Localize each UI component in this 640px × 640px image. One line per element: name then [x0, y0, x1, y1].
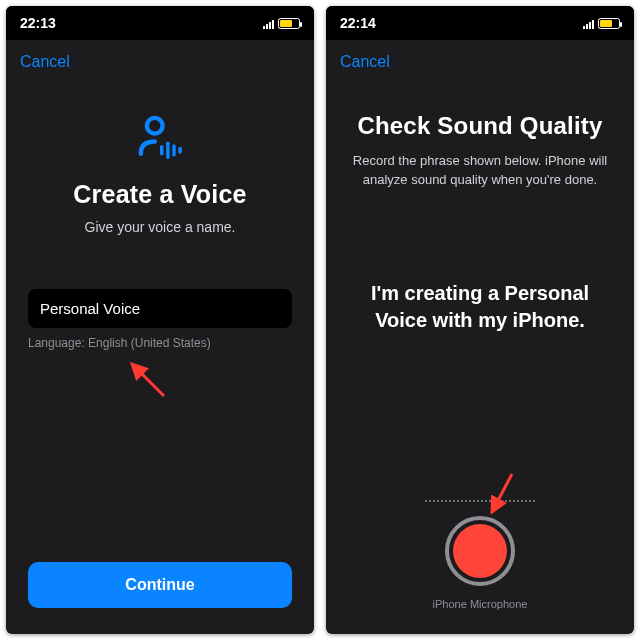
- language-label: Language: English (United States): [28, 336, 292, 350]
- record-icon: [453, 524, 507, 578]
- battery-icon: [598, 18, 620, 29]
- cancel-button[interactable]: Cancel: [340, 53, 390, 71]
- page-description: Record the phrase shown below. iPhone wi…: [348, 152, 612, 190]
- recording-phrase: I'm creating a Personal Voice with my iP…: [348, 280, 612, 334]
- screen-check-sound-quality: 22:14 Cancel Check Sound Quality Record …: [326, 6, 634, 634]
- waveform-indicator: [348, 500, 612, 502]
- status-time: 22:14: [340, 15, 376, 31]
- page-subtitle: Give your voice a name.: [28, 219, 292, 235]
- cancel-button[interactable]: Cancel: [20, 53, 70, 71]
- microphone-label: iPhone Microphone: [348, 598, 612, 610]
- record-button[interactable]: [445, 516, 515, 586]
- battery-icon: [278, 18, 300, 29]
- cellular-icon: [583, 18, 594, 29]
- status-time: 22:13: [20, 15, 56, 31]
- voice-name-input[interactable]: [28, 289, 292, 328]
- svg-point-0: [147, 118, 163, 134]
- status-bar: 22:14: [326, 6, 634, 40]
- page-title: Check Sound Quality: [348, 112, 612, 140]
- content-area: Check Sound Quality Record the phrase sh…: [326, 84, 634, 634]
- continue-button[interactable]: Continue: [28, 562, 292, 608]
- status-indicators: [263, 18, 300, 29]
- status-indicators: [583, 18, 620, 29]
- nav-bar: Cancel: [326, 40, 634, 84]
- page-title: Create a Voice: [28, 180, 292, 209]
- nav-bar: Cancel: [6, 40, 314, 84]
- personal-voice-icon: [132, 110, 188, 166]
- screen-create-voice: 22:13 Cancel Create a Voice Give your vo…: [6, 6, 314, 634]
- content-area: Create a Voice Give your voice a name. L…: [6, 84, 314, 634]
- status-bar: 22:13: [6, 6, 314, 40]
- cellular-icon: [263, 18, 274, 29]
